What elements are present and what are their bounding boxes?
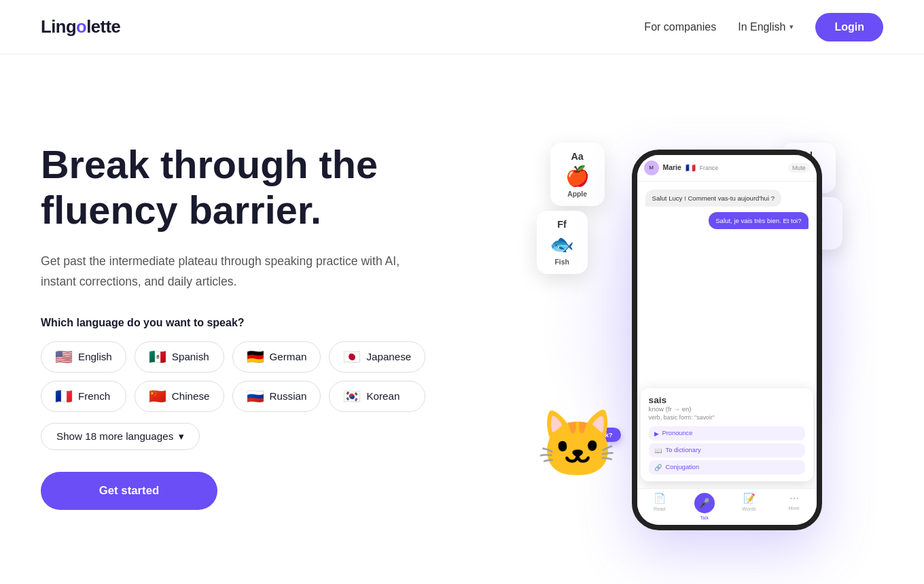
phone-mockup: Aa 🍎 Apple Ff 🐟 Fish LI 🐱 🐱 Letty (591, 129, 822, 523)
lang-label-russian: Russian (270, 390, 307, 402)
flag-chinese: 🇨🇳 (149, 388, 166, 405)
flag-german: 🇩🇪 (247, 349, 264, 365)
flag-russian: 🇷🇺 (247, 388, 264, 405)
tooltip-word: sais (649, 395, 805, 405)
flag-french: 🇫🇷 (55, 388, 73, 405)
lang-label-chinese: Chinese (172, 390, 210, 402)
navbar: Lingolette For companies In English ▾ Lo… (0, 0, 924, 54)
hero-section: Break through the fluency barrier. Get p… (0, 54, 924, 584)
lang-label-french: French (78, 390, 110, 402)
nav-read[interactable]: 📄 Read (637, 493, 682, 521)
flag-japanese: 🇯🇵 (343, 349, 361, 365)
hero-left: Break through the fluency barrier. Get p… (41, 142, 504, 509)
language-label: In English (738, 21, 785, 33)
lang-btn-korean[interactable]: 🇰🇷 Korean (329, 381, 425, 412)
contact-country: France (700, 165, 718, 171)
read-icon: 📄 (654, 493, 666, 504)
language-selector[interactable]: In English ▾ (738, 21, 794, 33)
show-more-languages-button[interactable]: Show 18 more languages ▾ (41, 423, 200, 450)
chat-bubble-received-1: Salut Lucy ! Comment vas-tu aujourd'hui … (645, 190, 781, 207)
nav-right: For companies In English ▾ Login (644, 13, 883, 41)
phone-body: M Marie 🇫🇷 France Mute Salut Lucy ! Comm… (632, 150, 822, 530)
contact-flag: 🇫🇷 (686, 163, 696, 173)
chevron-down-icon: ▾ (789, 22, 794, 31)
tooltip-translation: know (fr → en) (649, 405, 805, 413)
phone-screen: M Marie 🇫🇷 France Mute Salut Lucy ! Comm… (637, 155, 817, 525)
flag-spanish: 🇲🇽 (149, 349, 166, 365)
lang-btn-english[interactable]: 🇺🇸 English (41, 341, 126, 373)
nav-words[interactable]: 📝 Words (727, 493, 772, 521)
tooltip-actions: ▶ Pronounce 📖 To dictionary 🔗 Conjugatio (649, 426, 805, 475)
chat-area: Salut Lucy ! Comment vas-tu aujourd'hui … (637, 182, 817, 488)
flashcard-aa-label: Aa (571, 151, 583, 162)
flashcard-ff: Ff 🐟 Fish (537, 211, 588, 274)
dictionary-button[interactable]: 📖 To dictionary (649, 443, 805, 458)
mute-button[interactable]: Mute (788, 163, 810, 173)
flag-korean: 🇰🇷 (343, 388, 361, 405)
flashcard-ff-label: Ff (557, 219, 567, 230)
fish-icon: 🐟 (550, 233, 574, 256)
lang-btn-japanese[interactable]: 🇯🇵 Japanese (329, 341, 425, 373)
tooltip-verb-form: verb, basic form: "savoir" (649, 414, 805, 421)
conjugation-icon: 🔗 (654, 464, 662, 471)
nav-more[interactable]: ⋯ More (772, 493, 817, 521)
more-icon: ⋯ (789, 493, 799, 504)
word-tooltip-card: sais know (fr → en) verb, basic form: "s… (641, 388, 813, 481)
phone-bottom-nav: 📄 Read 🎤 Talk 📝 Words ⋯ (637, 488, 817, 525)
show-more-label: Show 18 more languages (56, 430, 173, 442)
cat-mascot: 🐱 (537, 401, 611, 483)
dictionary-icon: 📖 (654, 447, 662, 454)
words-icon: 📝 (743, 493, 756, 504)
hero-subtitle: Get past the intermediate plateau throug… (41, 252, 408, 292)
flag-english: 🇺🇸 (55, 349, 73, 365)
lang-btn-russian[interactable]: 🇷🇺 Russian (232, 381, 321, 412)
lang-btn-french[interactable]: 🇫🇷 French (41, 381, 126, 412)
chat-header: M Marie 🇫🇷 France Mute (637, 155, 817, 182)
lang-label-spanish: Spanish (172, 351, 209, 362)
language-grid: 🇺🇸 English 🇲🇽 Spanish 🇩🇪 German 🇯🇵 Japan… (41, 341, 425, 412)
contact-name: Marie (663, 164, 681, 171)
flashcard-aa: Aa 🍎 Apple (550, 143, 605, 206)
flashcard-ff-text: Fish (554, 258, 569, 266)
login-button[interactable]: Login (815, 13, 883, 41)
contact-avatar: M (644, 160, 659, 175)
pronounce-icon: ▶ (654, 430, 659, 437)
conjugation-button[interactable]: 🔗 Conjugation (649, 460, 805, 475)
hero-title: Break through the fluency barrier. (41, 142, 504, 232)
mic-button[interactable]: 🎤 (694, 493, 715, 513)
lang-btn-spanish[interactable]: 🇲🇽 Spanish (135, 341, 224, 373)
lang-label-japanese: Japanese (366, 351, 411, 362)
lang-btn-german[interactable]: 🇩🇪 German (232, 341, 321, 373)
lang-label-german: German (270, 351, 307, 362)
lang-label-korean: Korean (366, 390, 399, 402)
logo[interactable]: Lingolette (41, 17, 120, 37)
chat-bubble-sent-1: Salut, je vais très bien. Et toi? (709, 212, 808, 229)
pronounce-button[interactable]: ▶ Pronounce (649, 426, 805, 441)
apple-icon: 🍎 (565, 165, 590, 188)
nav-talk[interactable]: 🎤 Talk (682, 493, 727, 521)
for-companies-link[interactable]: For companies (644, 21, 716, 33)
hero-right: Aa 🍎 Apple Ff 🐟 Fish LI 🐱 🐱 Letty (529, 129, 883, 523)
lang-btn-chinese[interactable]: 🇨🇳 Chinese (135, 381, 224, 412)
flashcard-aa-text: Apple (567, 190, 587, 198)
which-lang-label: Which language do you want to speak? (41, 317, 504, 329)
lang-label-english: English (78, 351, 112, 362)
get-started-button[interactable]: Get started (41, 472, 217, 510)
chevron-down-icon: ▾ (179, 430, 184, 443)
